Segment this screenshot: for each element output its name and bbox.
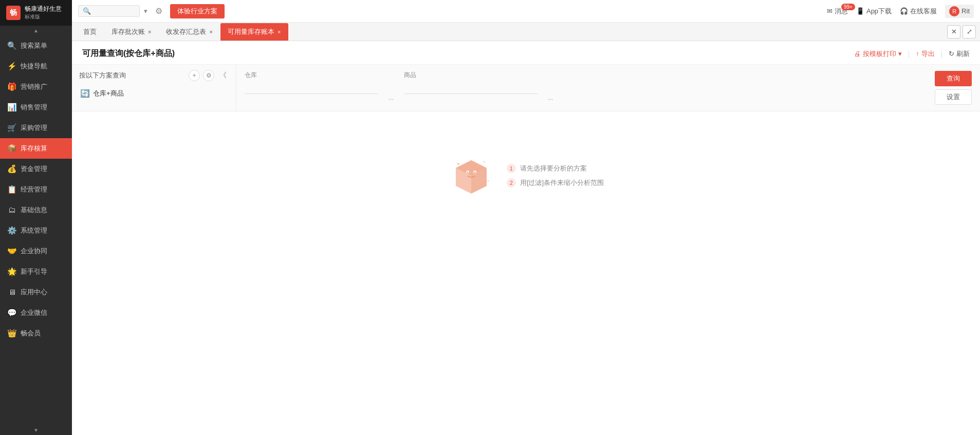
sidebar-item-marketing[interactable]: 🎁 营销推广 [0,77,72,97]
search-icon: 🔍 [83,7,91,15]
operations-icon: 📋 [7,185,16,194]
guide-icon: 🌟 [7,267,16,276]
purchase-icon: 🛒 [7,123,16,133]
refresh-label: 刷新 [956,49,970,59]
page-header-actions: 🖨 按模板打印 ▾ | ↑ 导出 | ↻ 刷新 [854,49,970,59]
tab-batch-label: 库存批次账 [112,27,145,36]
svg-point-6 [487,180,489,182]
app-download-label: App下载 [866,7,892,16]
sidebar-item-shortcut[interactable]: ⚡ 快捷导航 [0,56,72,77]
scheme-warehouse-goods[interactable]: 🔄 仓库+商品 [72,85,236,102]
dropdown-arrow-icon[interactable]: ▾ [144,7,147,15]
sidebar-scroll-up[interactable]: ▲ [0,26,72,35]
sidebar-scroll: 🔍 搜索菜单 ⚡ 快捷导航 🎁 营销推广 📊 销售管理 🛒 采购管理 📦 库存核… [0,35,72,425]
add-scheme-btn[interactable]: + [189,70,200,81]
sidebar-item-inventory[interactable]: 📦 库存核算 [0,138,72,159]
gear-icon[interactable]: ⚙ [152,4,166,18]
sidebar: 畅 畅康通好生意 标准版 ▲ 🔍 搜索菜单 ⚡ 快捷导航 🎁 营销推广 📊 销售… [0,0,72,435]
sales-icon: 📊 [7,103,16,112]
topbar-search-box[interactable]: 🔍 [78,5,140,17]
separator2: | [941,50,942,58]
main-area: 🔍 ▾ ⚙ 体验行业方案 ✉ 消息 99+ 📱 App下载 🎧 在线客服 R R… [72,0,980,435]
empty-box-illustration [448,153,494,199]
sidebar-item-label: 企业协同 [21,247,47,256]
online-service-btn[interactable]: 🎧 在线客服 [900,7,937,16]
scheme-settings-btn[interactable]: ⚙ [203,70,214,81]
svg-point-4 [457,163,459,165]
sidebar-item-label: 畅会员 [21,329,41,338]
sidebar-item-wechat[interactable]: 💬 企业微信 [0,302,72,323]
export-btn[interactable]: ↑ 导出 [916,49,935,59]
basic-icon: 🗂 [7,205,16,214]
inventory-icon: 📦 [7,144,16,153]
query-section-title: 按以下方案查询 [79,71,126,80]
industry-btn[interactable]: 体验行业方案 [170,4,225,18]
goods-input[interactable] [404,82,538,94]
sidebar-scroll-down[interactable]: ▼ [0,425,72,435]
brand-info: 畅康通好生意 标准版 [25,5,62,21]
sidebar-item-purchase[interactable]: 🛒 采购管理 [0,118,72,138]
sidebar-item-guide[interactable]: 🌟 新手引导 [0,261,72,282]
sidebar-item-enterprise[interactable]: 🤝 企业协同 [0,241,72,261]
sidebar-item-label: 应用中心 [21,288,47,297]
svg-point-9 [467,172,468,173]
sidebar-header: 畅 畅康通好生意 标准版 [0,0,72,26]
tab-home[interactable]: 首页 [76,23,104,41]
hint-text-2: 用[过滤]条件来缩小分析范围 [520,178,604,187]
search-input[interactable] [93,8,134,15]
tab-close-btn[interactable]: ✕ [947,25,960,39]
sidebar-item-appstore[interactable]: 🖥 应用中心 [0,282,72,302]
sidebar-item-basic[interactable]: 🗂 基础信息 [0,200,72,220]
print-btn[interactable]: 🖨 按模板打印 ▾ [854,49,902,59]
query-left: 按以下方案查询 + ⚙ 《 🔄 仓库+ [72,65,236,111]
sidebar-item-finance[interactable]: 💰 资金管理 [0,159,72,179]
collapse-icon: 《 [219,71,227,80]
export-label: 导出 [921,49,935,59]
tab-batch[interactable]: 库存批次账 × [104,23,159,41]
sidebar-item-operations[interactable]: 📋 经营管理 [0,179,72,200]
print-dropdown-icon[interactable]: ▾ [898,50,902,58]
goods-label: 商品 [404,71,538,80]
sidebar-item-search[interactable]: 🔍 搜索菜单 [0,35,72,56]
query-left-header: 按以下方案查询 + ⚙ 《 [72,70,236,85]
brand-name: 畅康通好生意 [25,5,62,13]
query-btn[interactable]: 查询 [935,71,972,86]
empty-hint-2: 2 用[过滤]条件来缩小分析范围 [507,178,604,187]
sidebar-item-label: 基础信息 [21,205,47,215]
tab-summary[interactable]: 收发存汇总表 × [159,23,220,41]
tab-summary-close[interactable]: × [209,29,212,35]
export-icon: ↑ [916,50,919,58]
query-icons: + ⚙ 《 [189,70,229,81]
query-right: 仓库 ··· 商品 ··· 查询 设置 [236,65,980,111]
tab-home-label: 首页 [83,27,97,36]
message-btn[interactable]: ✉ 消息 99+ [827,7,848,16]
separator1: | [908,50,910,58]
warehouse-input[interactable] [245,82,378,94]
user-name: Rit [961,7,970,15]
sidebar-item-sales[interactable]: 📊 销售管理 [0,97,72,118]
page-title: 可用量查询(按仓库+商品) [82,48,175,59]
sidebar-item-label: 销售管理 [21,103,47,112]
shortcut-icon: ⚡ [7,62,16,71]
sidebar-item-label: 库存核算 [21,144,47,153]
user-menu[interactable]: R Rit [945,5,974,18]
tab-available-close[interactable]: × [278,29,281,35]
tab-available[interactable]: 可用量库存账本 × [220,23,288,41]
warehouse-more-btn[interactable]: ··· [389,96,394,105]
settings-btn[interactable]: 设置 [935,89,972,105]
finance-icon: 💰 [7,164,16,174]
collapse-btn[interactable]: 《 [217,70,229,81]
tab-actions: ✕ ⤢ [947,25,976,39]
brand-tag: 标准版 [25,13,62,21]
sidebar-item-system[interactable]: ⚙️ 系统管理 [0,220,72,241]
tab-expand-btn[interactable]: ⤢ [963,25,976,39]
goods-more-btn[interactable]: ··· [548,96,553,105]
app-download-btn[interactable]: 📱 App下载 [856,7,892,16]
tab-batch-close[interactable]: × [148,29,151,35]
goods-field: 商品 [404,71,538,94]
sidebar-item-member[interactable]: 👑 畅会员 [0,323,72,344]
message-icon: ✉ [827,7,833,15]
refresh-btn[interactable]: ↻ 刷新 [949,49,970,59]
sidebar-item-label: 快捷导航 [21,62,47,71]
service-label: 在线客服 [910,7,937,16]
